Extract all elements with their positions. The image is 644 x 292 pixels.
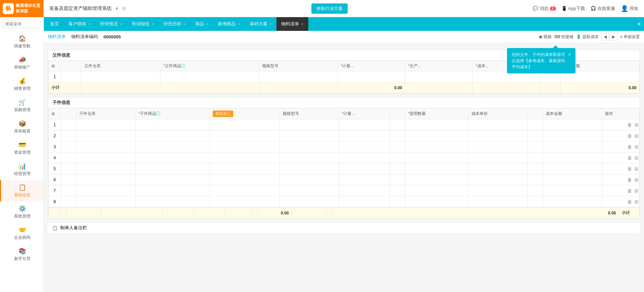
- sidebar-item-sales[interactable]: 💰 销售管理: [0, 74, 44, 95]
- child-row-7-qty[interactable]: [405, 185, 468, 196]
- child-row-4-qty[interactable]: [405, 152, 468, 163]
- delete-icon-7[interactable]: 🗑: [627, 188, 632, 194]
- child-row-4-warehouse[interactable]: [76, 152, 136, 163]
- child-row-1-warehouse[interactable]: [76, 119, 136, 130]
- child-row-4-unit[interactable]: [339, 152, 389, 163]
- child-row-1-qty[interactable]: [405, 119, 468, 130]
- child-row-6-qty[interactable]: [405, 174, 468, 185]
- child-row-8-unitcost[interactable]: [468, 196, 528, 207]
- tab-bom-close[interactable]: ×: [301, 22, 303, 26]
- child-row-5-warehouse[interactable]: [76, 163, 136, 174]
- child-row-7-product[interactable]: [135, 185, 210, 196]
- child-row-5-unit[interactable]: [339, 163, 389, 174]
- delete-icon-1[interactable]: 🗑: [627, 122, 632, 128]
- child-row-4-product[interactable]: [135, 152, 210, 163]
- child-row-1-unitcost[interactable]: [468, 119, 528, 130]
- sidebar-item-finance[interactable]: 💳 资金管理: [0, 138, 44, 159]
- shortcut-action[interactable]: ⌨ 快捷键: [554, 34, 573, 40]
- child-row-2-product[interactable]: [135, 130, 210, 141]
- tab-goods[interactable]: 商品 ×: [190, 17, 213, 31]
- child-row-7-spec[interactable]: [280, 185, 339, 196]
- tab-profit[interactable]: 利润报告 ×: [127, 17, 159, 31]
- tab-profit-close[interactable]: ×: [152, 22, 154, 26]
- copy-icon-2[interactable]: ⊞: [634, 133, 639, 139]
- child-row-3-warehouse[interactable]: [76, 141, 136, 152]
- user-item[interactable]: 👤 用友: [621, 5, 639, 12]
- breadcrumb-item-1[interactable]: 物料清单: [48, 34, 66, 40]
- child-row-8-spec[interactable]: [280, 196, 339, 207]
- child-row-2-warehouse[interactable]: [76, 130, 136, 141]
- child-row-1-spec[interactable]: [280, 119, 339, 130]
- child-row-2-unitcost[interactable]: [468, 130, 528, 141]
- child-row-2-qty[interactable]: [405, 130, 468, 141]
- tab-barcode[interactable]: 条码方案 ×: [245, 17, 276, 31]
- child-row-3-spec[interactable]: [280, 141, 339, 152]
- nav-close-all[interactable]: ✕: [637, 21, 641, 27]
- sidebar-item-quick-nav[interactable]: 🏠 快捷导航: [0, 31, 44, 52]
- tab-home[interactable]: 首页: [45, 17, 64, 31]
- tab-barcode-close[interactable]: ×: [270, 22, 272, 26]
- tab-ops-close[interactable]: ×: [120, 22, 122, 26]
- delete-icon-2[interactable]: 🗑: [627, 133, 632, 139]
- child-row-6-product[interactable]: [135, 174, 210, 185]
- parent-row-1-warehouse[interactable]: [82, 71, 160, 82]
- dropdown-icon[interactable]: ▼: [114, 6, 119, 11]
- tab-goods-close[interactable]: ×: [206, 22, 208, 26]
- th-parent-settings[interactable]: ⚙: [49, 61, 61, 71]
- tab-bom[interactable]: 物料清单 ×: [276, 17, 308, 31]
- child-row-2-unit[interactable]: [339, 130, 389, 141]
- view-action[interactable]: ◉ 视频: [539, 34, 552, 40]
- tab-customer-close[interactable]: ×: [88, 22, 90, 26]
- tab-new-goods-close[interactable]: ×: [238, 22, 240, 26]
- child-row-3-qty[interactable]: [405, 141, 468, 152]
- child-row-5-spec[interactable]: [280, 163, 339, 174]
- sidebar-item-enterprise[interactable]: 🤝 企业协同: [0, 223, 44, 244]
- child-row-5-product[interactable]: [135, 163, 210, 174]
- sidebar-item-system[interactable]: ⚙️ 系统管理: [0, 201, 44, 223]
- next-page-btn[interactable]: ▶: [610, 33, 617, 40]
- child-row-6-warehouse[interactable]: [76, 174, 136, 185]
- child-row-7-warehouse[interactable]: [76, 185, 136, 196]
- app-download-item[interactable]: 📱 App下载: [561, 5, 585, 12]
- prev-page-btn[interactable]: ◀: [602, 33, 609, 40]
- sidebar-item-inventory[interactable]: 📦 库存核算: [0, 116, 44, 138]
- parent-row-1-product[interactable]: [160, 71, 259, 82]
- child-row-7-unit[interactable]: [339, 185, 389, 196]
- copy-icon-8[interactable]: ⊞: [634, 199, 639, 205]
- th-child-scan[interactable]: 扫码录入: [210, 108, 280, 119]
- sidebar-item-marketing[interactable]: 📣 营销推广: [0, 52, 44, 74]
- child-row-5-qty[interactable]: [405, 163, 468, 174]
- delete-icon-6[interactable]: 🗑: [627, 177, 632, 183]
- copy-icon-4[interactable]: ⊞: [634, 155, 639, 161]
- child-row-5-unitcost[interactable]: [468, 163, 528, 174]
- child-row-2-spec[interactable]: [280, 130, 339, 141]
- tab-customer[interactable]: 客户联络 ×: [64, 17, 95, 31]
- child-row-3-unit[interactable]: [339, 141, 389, 152]
- online-service-item[interactable]: 🎧 在线客服: [591, 5, 615, 12]
- copy-icon-1[interactable]: ⊞: [634, 122, 639, 128]
- parent-row-1-mfg[interactable]: [405, 71, 473, 82]
- parent-row-1-spec[interactable]: [259, 71, 338, 82]
- copy-icon-3[interactable]: ⊞: [634, 144, 639, 150]
- cost-action[interactable]: 💲 提取成本: [576, 34, 599, 40]
- child-row-8-product[interactable]: [135, 196, 210, 207]
- child-row-6-unit[interactable]: [339, 174, 389, 185]
- child-row-4-unitcost[interactable]: [468, 152, 528, 163]
- th-child-settings[interactable]: ⚙: [49, 108, 61, 119]
- sidebar-item-purchase[interactable]: 🛒 采购管理: [0, 95, 44, 116]
- delete-icon-8[interactable]: 🗑: [627, 199, 632, 205]
- settings-icon[interactable]: ⚙: [122, 6, 126, 11]
- tab-history-close[interactable]: ×: [183, 22, 185, 26]
- copy-icon-5[interactable]: ⊞: [634, 166, 639, 172]
- child-row-8-unit[interactable]: [339, 196, 389, 207]
- child-row-6-spec[interactable]: [280, 174, 339, 185]
- child-row-3-unitcost[interactable]: [468, 141, 528, 152]
- sidebar-item-guide[interactable]: 📚 新手引导: [0, 244, 44, 265]
- child-row-8-warehouse[interactable]: [76, 196, 136, 207]
- tab-history[interactable]: 经营历程 ×: [159, 17, 190, 31]
- copy-icon-6[interactable]: ⊞: [634, 177, 639, 183]
- tab-operations-situation[interactable]: 经营情况 ×: [95, 17, 127, 31]
- child-row-3-product[interactable]: [135, 141, 210, 152]
- tab-new-goods[interactable]: 新增商品 ×: [213, 17, 245, 31]
- doc-settings-action[interactable]: ≡ 单据设置: [620, 34, 640, 40]
